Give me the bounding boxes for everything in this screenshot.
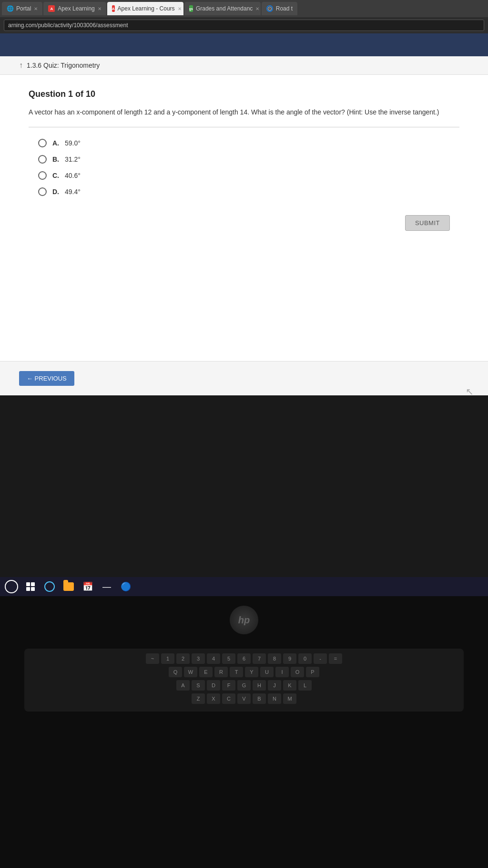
key-v[interactable]: V xyxy=(237,693,251,704)
taskbar-extra1[interactable]: — xyxy=(98,579,115,594)
tab-apex-course-label: Apex Learning - Cours xyxy=(118,5,175,12)
option-a[interactable]: A. 59.0° xyxy=(38,139,459,147)
option-b-value: 31.2° xyxy=(65,155,81,163)
key-n[interactable]: N xyxy=(268,693,281,704)
key-i[interactable]: I xyxy=(275,667,289,677)
breadcrumb-back-icon[interactable]: ↑ xyxy=(19,61,23,70)
tab-apex-close[interactable]: ✕ xyxy=(98,6,102,11)
key-h[interactable]: H xyxy=(253,680,266,691)
question-text: A vector has an x-component of length 12… xyxy=(29,107,459,117)
keyboard-row-2: Q W E R T Y U I O P xyxy=(29,667,459,677)
tab-grades[interactable]: gs Grades and Attendanc ✕ xyxy=(184,2,261,15)
apex-favicon: A xyxy=(48,5,55,12)
key-minus[interactable]: - xyxy=(314,653,327,664)
road-favicon: ⊙ xyxy=(266,5,273,12)
key-x[interactable]: X xyxy=(207,693,220,704)
answer-options: A. 59.0° B. 31.2° C. 40.6° D. 49.4° xyxy=(29,139,459,196)
tab-apex-label: Apex Learning xyxy=(58,5,94,12)
tab-road[interactable]: ⊙ Road t xyxy=(262,2,297,15)
submit-button[interactable]: SUBMIT xyxy=(405,215,450,231)
key-8[interactable]: 8 xyxy=(268,653,281,664)
breadcrumb-text: 1.3.6 Quiz: Trigonometry xyxy=(27,62,100,69)
submit-area: SUBMIT xyxy=(29,215,459,231)
laptop-bottom: hp ~ 1 2 3 4 5 6 7 8 9 0 - = Q W E R T Y… xyxy=(0,596,488,868)
key-5[interactable]: 5 xyxy=(222,653,235,664)
browser-icon xyxy=(44,581,55,592)
address-bar-row xyxy=(0,17,488,33)
previous-button[interactable]: ← PREVIOUS xyxy=(19,371,74,386)
folder-icon xyxy=(63,582,74,591)
key-g[interactable]: G xyxy=(237,680,251,691)
key-s[interactable]: S xyxy=(192,680,205,691)
tab-grades-close[interactable]: ✕ xyxy=(255,6,259,11)
key-1[interactable]: 1 xyxy=(161,653,174,664)
option-a-value: 59.0° xyxy=(65,139,81,147)
key-b[interactable]: B xyxy=(253,693,266,704)
navigation-area: ← PREVIOUS ↖ xyxy=(0,361,488,395)
key-d[interactable]: D xyxy=(207,680,220,691)
apex-course-favicon: A xyxy=(112,5,115,12)
address-bar[interactable] xyxy=(4,20,484,31)
key-e[interactable]: E xyxy=(199,667,213,677)
option-d[interactable]: D. 49.4° xyxy=(38,187,459,196)
option-c-letter: C. xyxy=(52,172,59,179)
minus-icon: — xyxy=(102,582,111,592)
grades-favicon: gs xyxy=(189,5,193,12)
taskbar-task-view[interactable] xyxy=(22,579,39,594)
taskbar: 📅 — 🔵 xyxy=(0,577,488,596)
hp-logo: hp xyxy=(230,606,258,634)
option-c[interactable]: C. 40.6° xyxy=(38,171,459,180)
key-u[interactable]: U xyxy=(260,667,274,677)
key-r[interactable]: R xyxy=(214,667,228,677)
key-w[interactable]: W xyxy=(184,667,197,677)
taskbar-calendar[interactable]: 📅 xyxy=(79,579,96,594)
key-k[interactable]: K xyxy=(283,680,296,691)
browser-chrome: 🌐 Portal ✕ A Apex Learning ✕ A Apex Lear… xyxy=(0,0,488,33)
key-4[interactable]: 4 xyxy=(207,653,220,664)
tab-apex[interactable]: A Apex Learning ✕ xyxy=(43,2,106,15)
key-9[interactable]: 9 xyxy=(283,653,296,664)
key-y[interactable]: Y xyxy=(245,667,258,677)
keyboard-row-3: A S D F G H J K L xyxy=(29,680,459,691)
radio-c[interactable] xyxy=(38,171,47,180)
keyboard: ~ 1 2 3 4 5 6 7 8 9 0 - = Q W E R T Y U … xyxy=(24,649,464,712)
key-m[interactable]: M xyxy=(283,693,296,704)
taskbar-file-explorer[interactable] xyxy=(60,579,77,594)
key-tilde[interactable]: ~ xyxy=(146,653,159,664)
tab-apex-course[interactable]: A Apex Learning - Cours ✕ xyxy=(107,2,183,15)
key-z[interactable]: Z xyxy=(192,693,205,704)
key-t[interactable]: T xyxy=(230,667,243,677)
taskbar-chrome[interactable]: 🔵 xyxy=(117,579,134,594)
key-7[interactable]: 7 xyxy=(253,653,266,664)
key-c[interactable]: C xyxy=(222,693,235,704)
taskbar-start-button[interactable] xyxy=(3,579,20,594)
option-c-value: 40.6° xyxy=(65,172,81,179)
option-a-letter: A. xyxy=(52,139,59,147)
key-q[interactable]: Q xyxy=(169,667,182,677)
option-b[interactable]: B. 31.2° xyxy=(38,155,459,164)
key-2[interactable]: 2 xyxy=(176,653,190,664)
key-p[interactable]: P xyxy=(306,667,319,677)
key-l[interactable]: L xyxy=(298,680,312,691)
tab-apex-course-close[interactable]: ✕ xyxy=(178,6,182,11)
key-o[interactable]: O xyxy=(291,667,304,677)
radio-b[interactable] xyxy=(38,155,47,164)
tab-bar: 🌐 Portal ✕ A Apex Learning ✕ A Apex Lear… xyxy=(0,0,488,17)
tab-portal[interactable]: 🌐 Portal ✕ xyxy=(2,2,42,15)
taskbar-browser[interactable] xyxy=(41,579,58,594)
chrome-icon: 🔵 xyxy=(121,581,131,592)
key-6[interactable]: 6 xyxy=(237,653,251,664)
key-j[interactable]: J xyxy=(268,680,281,691)
radio-d[interactable] xyxy=(38,187,47,196)
tab-portal-close[interactable]: ✕ xyxy=(34,6,38,11)
key-0[interactable]: 0 xyxy=(298,653,312,664)
key-f[interactable]: F xyxy=(222,680,235,691)
tab-portal-label: Portal xyxy=(16,5,31,12)
tab-road-label: Road t xyxy=(276,5,293,12)
key-equals[interactable]: = xyxy=(329,653,342,664)
key-a[interactable]: A xyxy=(176,680,190,691)
radio-a[interactable] xyxy=(38,139,47,147)
windows-start-icon xyxy=(5,580,18,593)
key-3[interactable]: 3 xyxy=(192,653,205,664)
question-label: Question 1 of 10 xyxy=(29,89,459,99)
